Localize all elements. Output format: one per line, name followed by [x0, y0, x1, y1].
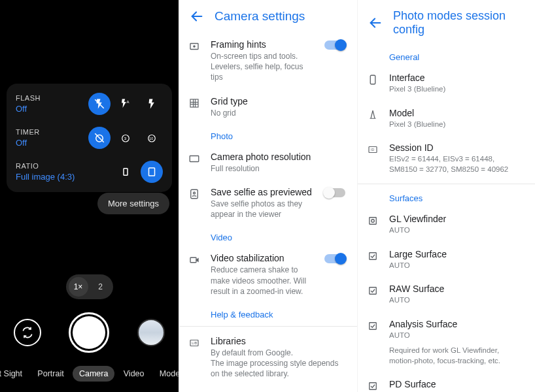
model-title: Model — [389, 108, 525, 118]
resolution-title: Camera photo resolution — [211, 152, 347, 162]
timer-off-icon[interactable] — [88, 127, 111, 149]
framing-hints-row[interactable]: Framing hints On-screen tips and tools. … — [179, 33, 357, 90]
resolution-icon — [187, 153, 201, 165]
ratio-row: RATIO Full image (4:3) — [16, 161, 163, 183]
selfie-icon — [187, 188, 201, 200]
mode-modes[interactable]: Modes — [153, 366, 179, 382]
id-icon: ID — [366, 144, 380, 155]
ratio-crop-icon[interactable] — [114, 161, 137, 183]
analysis-surface-row[interactable]: Analysis Surface AUTO Required for work … — [358, 312, 535, 373]
mode-portrait[interactable]: Portrait — [31, 366, 70, 382]
surfaces-section: Surfaces — [358, 187, 535, 207]
stabilization-toggle[interactable] — [324, 254, 345, 263]
session-row[interactable]: ID Session ID EISv2 = 61444, EISv3 = 614… — [358, 136, 535, 181]
svg-rect-32 — [370, 218, 377, 225]
analysis-note: Required for work GL Viewfinder, motion-… — [389, 346, 525, 366]
timer-3s-icon[interactable]: 3 — [114, 127, 137, 149]
svg-text:10: 10 — [149, 137, 153, 140]
svg-rect-35 — [370, 287, 377, 295]
stabilization-row[interactable]: Video stabilization Reduce camera shake … — [179, 246, 357, 303]
settings-title: Camera settings — [215, 9, 305, 24]
grid-icon — [187, 97, 201, 109]
svg-text:A: A — [127, 100, 129, 104]
selfie-sub: Save selfie photos as they appear in the… — [211, 199, 315, 220]
large-surface-row[interactable]: Large Surface AUTO — [358, 242, 535, 278]
zoom-2x[interactable]: 2 — [91, 277, 111, 297]
timer-row: TIMER Off 3 10 — [16, 127, 163, 149]
model-sub: Pixel 3 (Blueline) — [389, 120, 525, 130]
flash-on-icon[interactable] — [141, 93, 163, 115]
shutter-button[interactable] — [69, 312, 109, 353]
pd-surface-row[interactable]: PD Surface AUTO — [358, 372, 535, 392]
photo-section: Photo — [179, 125, 357, 145]
selfie-row[interactable]: Save selfie as previewed Save selfie pho… — [179, 180, 357, 226]
mode-video[interactable]: Video — [117, 366, 151, 382]
resolution-row[interactable]: Camera photo resolution Full resolution — [179, 145, 357, 180]
zoom-1x[interactable]: 1× — [69, 277, 88, 297]
back-button[interactable] — [368, 16, 383, 30]
selfie-title: Save selfie as previewed — [211, 187, 315, 197]
svg-rect-21 — [190, 258, 196, 263]
session-title: Session ID — [389, 142, 525, 153]
analysis-title: Analysis Surface — [389, 319, 525, 329]
switch-camera-button[interactable] — [14, 319, 41, 346]
svg-point-33 — [371, 220, 375, 223]
back-button[interactable] — [190, 9, 204, 24]
interface-sub: Pixel 3 (Blueline) — [389, 84, 525, 95]
framing-toggle[interactable] — [324, 41, 345, 50]
svg-rect-36 — [370, 322, 377, 329]
svg-rect-34 — [370, 252, 377, 259]
help-section[interactable]: Help & feedback — [179, 303, 357, 323]
flash-value[interactable]: Off — [16, 104, 41, 114]
camera-viewfinder: FLASH Off A TIMER Off 3 10 RATIO — [0, 0, 179, 392]
svg-text:ID: ID — [371, 148, 374, 152]
gl-viewfinder-row[interactable]: GL Viewfinder AUTO — [358, 207, 535, 242]
phone-icon — [366, 74, 380, 86]
mode-bar[interactable]: ht Sight Portrait Camera Video Modes — [0, 366, 179, 382]
svg-rect-29 — [370, 75, 375, 84]
ratio-full-icon[interactable] — [141, 161, 163, 183]
more-settings-button[interactable]: More settings — [97, 193, 169, 214]
compass-icon — [366, 109, 380, 121]
zoom-control[interactable]: 1× 2 — [66, 274, 113, 299]
analysis-sub: AUTO — [389, 331, 525, 341]
config-title: Photo modes session config — [393, 9, 525, 37]
mode-camera[interactable]: Camera — [73, 366, 114, 382]
general-section: General — [358, 46, 535, 66]
ratio-value[interactable]: Full image (4:3) — [16, 172, 75, 182]
surface-icon — [366, 215, 380, 227]
grid-title: Grid type — [211, 96, 347, 106]
ratio-label: RATIO — [16, 162, 75, 170]
svg-point-20 — [194, 192, 196, 194]
session-sub: EISv2 = 61444, EISv3 = 61448, SM8150 = 3… — [389, 154, 525, 174]
grid-row[interactable]: Grid type No grid — [179, 90, 357, 125]
svg-rect-8 — [124, 169, 128, 176]
libraries-row[interactable]: LIB Libraries By default from Google. Th… — [179, 329, 357, 386]
raw-title: RAW Surface — [389, 284, 525, 294]
selfie-toggle[interactable] — [324, 188, 345, 197]
glv-sub: AUTO — [389, 225, 525, 236]
stab-title: Video stabilization — [211, 253, 315, 263]
flash-row: FLASH Off A — [16, 93, 163, 115]
flash-off-icon[interactable] — [88, 93, 111, 115]
check-box-icon — [366, 250, 380, 262]
gallery-thumbnail[interactable] — [137, 319, 165, 346]
check-box-icon — [366, 285, 380, 297]
model-row[interactable]: Model Pixel 3 (Blueline) — [358, 101, 535, 137]
flash-auto-icon[interactable]: A — [114, 93, 137, 115]
timer-10s-icon[interactable]: 10 — [141, 127, 163, 149]
developer-row[interactable]: Developer Settings — [179, 385, 357, 392]
quick-settings: FLASH Off A TIMER Off 3 10 RATIO — [7, 84, 172, 192]
glv-title: GL Viewfinder — [389, 214, 525, 224]
interface-row[interactable]: Interface Pixel 3 (Blueline) — [358, 66, 535, 101]
timer-value[interactable]: Off — [16, 138, 40, 148]
flash-label: FLASH — [16, 94, 41, 102]
raw-surface-row[interactable]: RAW Surface AUTO — [358, 277, 535, 312]
mode-night-sight[interactable]: ht Sight — [0, 366, 29, 382]
timer-label: TIMER — [16, 128, 40, 136]
svg-point-12 — [194, 46, 195, 47]
stabilization-icon — [187, 254, 201, 266]
pd-title: PD Surface — [389, 379, 525, 389]
raw-sub: AUTO — [389, 295, 525, 306]
grid-sub: No grid — [211, 108, 347, 118]
